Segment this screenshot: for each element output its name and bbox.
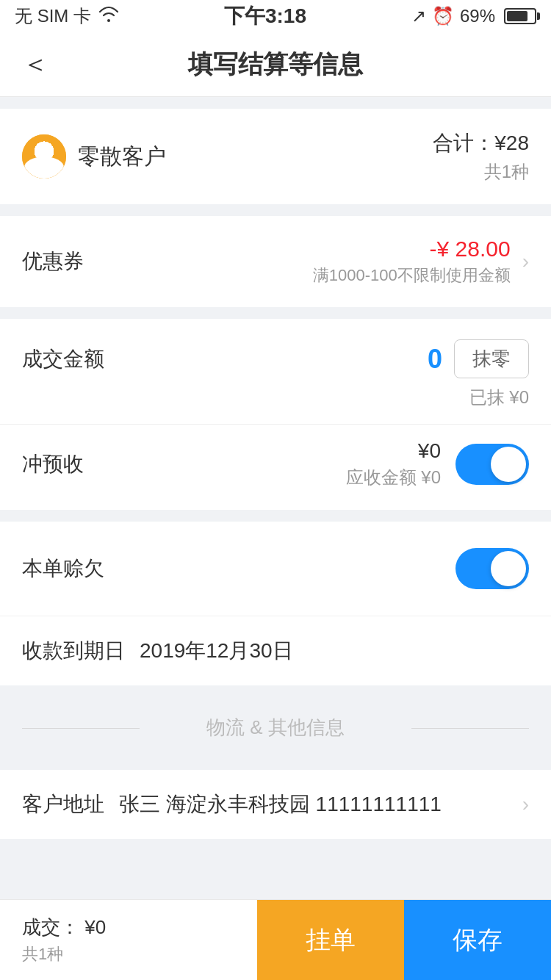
coupon-discount: -¥ 28.00 [313, 237, 511, 262]
amount-input-area: 0 抹零 [428, 339, 529, 378]
save-button[interactable]: 保存 [404, 900, 551, 981]
address-chevron-icon: › [522, 793, 529, 816]
wifi-icon [98, 6, 119, 26]
location-icon: ↗ [411, 6, 426, 26]
prereceive-right: ¥0 应收金额 ¥0 [346, 439, 529, 489]
coupon-right: -¥ 28.00 满1000-100不限制使用金额 › [110, 237, 529, 287]
coupon-value-block: -¥ 28.00 满1000-100不限制使用金额 [313, 237, 511, 287]
credit-section: 本单赊欠 收款到期日 2019年12月30日 [0, 522, 551, 685]
customer-name: 零散客户 [78, 142, 166, 172]
bottom-count: 共1种 [22, 943, 235, 965]
status-bar: 无 SIM 卡 下午3:18 ↗ ⏰ 69% [0, 0, 551, 32]
credit-toggle[interactable] [455, 548, 529, 589]
content: 零散客户 合计：¥28 共1种 优惠券 -¥ 28.00 满1000-100不限… [0, 109, 551, 927]
bottom-bar: 成交： ¥0 共1种 挂单 保存 [0, 899, 551, 980]
customer-right: 合计：¥28 共1种 [433, 129, 529, 184]
prereceive-toggle-knob [491, 447, 526, 482]
transaction-value[interactable]: 0 [428, 344, 442, 375]
round-zero-button[interactable]: 抹零 [454, 339, 529, 378]
coupon-label: 优惠券 [22, 248, 110, 275]
address-value: 张三 海淀永丰科技园 11111111111 [119, 790, 508, 818]
logistics-text: 物流 & 其他信息 [206, 716, 345, 738]
address-label: 客户地址 [22, 790, 104, 818]
customer-count: 共1种 [433, 160, 529, 184]
credit-row: 本单赊欠 [0, 522, 551, 616]
nav-bar: ＜ 填写结算等信息 [0, 32, 551, 97]
status-left: 无 SIM 卡 [15, 4, 119, 28]
bottom-transaction-label: 成交： [22, 916, 79, 938]
customer-avatar [22, 134, 66, 179]
due-date-label: 收款到期日 [22, 637, 125, 665]
page-title: 填写结算等信息 [188, 48, 363, 82]
status-right: ↗ ⏰ 69% [411, 6, 536, 26]
battery-icon [504, 8, 536, 24]
logistics-divider: 物流 & 其他信息 [0, 697, 551, 758]
customer-left: 零散客户 [22, 134, 166, 179]
hang-order-button[interactable]: 挂单 [257, 900, 404, 981]
rounded-sub: 已抹 ¥0 [0, 386, 551, 424]
coupon-row[interactable]: 优惠券 -¥ 28.00 满1000-100不限制使用金额 › [0, 216, 551, 307]
transaction-label: 成交金额 [22, 345, 110, 373]
bottom-info: 成交： ¥0 共1种 [0, 915, 257, 965]
prereceive-values: ¥0 应收金额 ¥0 [346, 439, 441, 489]
due-date-row: 收款到期日 2019年12月30日 [0, 616, 551, 685]
prereceive-label: 冲预收 [22, 450, 110, 478]
credit-label: 本单赊欠 [22, 555, 104, 583]
due-date-value[interactable]: 2019年12月30日 [140, 637, 293, 665]
prereceive-toggle[interactable] [455, 444, 529, 485]
back-button[interactable]: ＜ [22, 46, 48, 82]
prereceive-amount: ¥0 [346, 439, 441, 463]
address-section[interactable]: 客户地址 张三 海淀永丰科技园 11111111111 › [0, 770, 551, 839]
battery-percentage: 69% [460, 6, 495, 26]
customer-row: 零散客户 合计：¥28 共1种 [0, 109, 551, 204]
carrier-text: 无 SIM 卡 [15, 4, 91, 28]
amount-section: 成交金额 0 抹零 已抹 ¥0 冲预收 ¥0 应收金额 ¥0 [0, 319, 551, 510]
credit-toggle-knob [491, 551, 526, 586]
coupon-description: 满1000-100不限制使用金额 [313, 264, 511, 287]
prereceive-sub: 应收金额 ¥0 [346, 466, 441, 489]
customer-total: 合计：¥28 [433, 129, 529, 157]
coupon-card[interactable]: 优惠券 -¥ 28.00 满1000-100不限制使用金额 › [0, 216, 551, 307]
coupon-chevron-icon: › [522, 250, 529, 273]
address-row[interactable]: 客户地址 张三 海淀永丰科技园 11111111111 › [0, 770, 551, 839]
prereceive-row: 冲预收 ¥0 应收金额 ¥0 [0, 424, 551, 510]
alarm-icon: ⏰ [432, 6, 454, 26]
transaction-row: 成交金额 0 抹零 [0, 319, 551, 386]
customer-card: 零散客户 合计：¥28 共1种 [0, 109, 551, 204]
time-display: 下午3:18 [224, 2, 306, 30]
bottom-transaction-value: ¥0 [84, 916, 106, 938]
bottom-transaction: 成交： ¥0 [22, 915, 235, 940]
